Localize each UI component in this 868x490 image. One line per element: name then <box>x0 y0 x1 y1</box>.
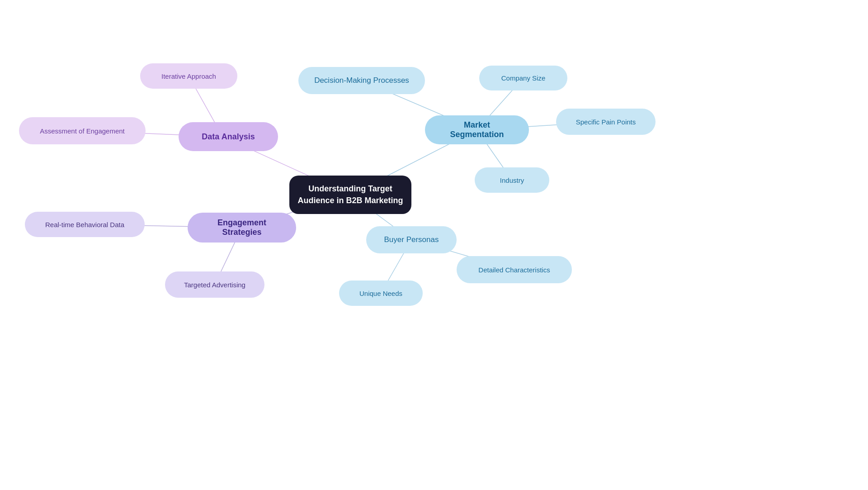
engagement-strategies-node: Engagement Strategies <box>188 213 296 243</box>
assessment-engagement-node: Assessment of Engagement <box>19 117 146 144</box>
market-segmentation-node: Market Segmentation <box>425 115 529 144</box>
decision-making-label: Decision-Making Processes <box>314 76 409 85</box>
assessment-engagement-label: Assessment of Engagement <box>40 127 125 135</box>
center-node: Understanding Target Audience in B2B Mar… <box>289 176 411 214</box>
data-analysis-node: Data Analysis <box>179 122 278 151</box>
iterative-approach-label: Iterative Approach <box>161 72 216 80</box>
buyer-personas-label: Buyer Personas <box>384 235 439 244</box>
data-analysis-label: Data Analysis <box>202 132 255 142</box>
real-time-behavioral-node: Real-time Behavioral Data <box>25 212 145 237</box>
unique-needs-label: Unique Needs <box>359 290 402 297</box>
decision-making-node: Decision-Making Processes <box>298 67 425 94</box>
unique-needs-node: Unique Needs <box>339 281 423 306</box>
company-size-node: Company Size <box>479 66 567 90</box>
center-label: Understanding Target Audience in B2B Mar… <box>289 183 411 206</box>
real-time-behavioral-label: Real-time Behavioral Data <box>45 221 124 228</box>
engagement-strategies-label: Engagement Strategies <box>205 218 279 237</box>
detailed-characteristics-label: Detailed Characteristics <box>478 266 550 274</box>
specific-pain-points-label: Specific Pain Points <box>576 118 636 126</box>
market-segmentation-label: Market Segmentation <box>442 120 512 139</box>
industry-label: Industry <box>500 176 524 184</box>
targeted-advertising-label: Targeted Advertising <box>184 281 245 289</box>
iterative-approach-node: Iterative Approach <box>140 63 237 89</box>
targeted-advertising-node: Targeted Advertising <box>165 271 264 298</box>
detailed-characteristics-node: Detailed Characteristics <box>457 256 572 283</box>
company-size-label: Company Size <box>501 74 546 82</box>
specific-pain-points-node: Specific Pain Points <box>556 109 656 135</box>
industry-node: Industry <box>475 167 549 193</box>
buyer-personas-node: Buyer Personas <box>366 226 457 253</box>
